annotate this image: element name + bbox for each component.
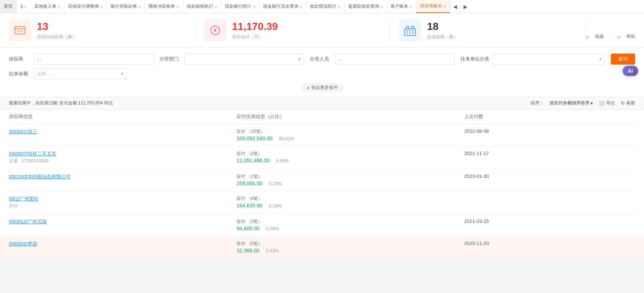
collect-verify-close[interactable]: × [215,4,217,9]
nav-tab-3[interactable]: 3 × [17,0,31,13]
other-income-label: 其他收入单 [34,3,56,10]
payable-suppliers-icon [9,19,31,41]
sort-value: 按应付余额倒序排序 [550,100,589,106]
trans-amount-row-6: 32,366.00 0.03% [237,247,464,254]
nav-tab-customer-account[interactable]: 客户账本 × [387,0,416,13]
person-input[interactable] [335,54,455,65]
payable-suppliers-count: 13 [37,20,77,33]
balance-select[interactable]: 选择... ▾ [34,68,127,79]
trans-amount-6: 32,366.00 [237,248,259,254]
table-row: [000002]李四 应付 （5笔） 32,366.00 0.03% 2020-… [0,236,644,258]
overdue-collect-close[interactable]: × [381,4,383,9]
divider: | [610,35,611,40]
advance-collect-close[interactable]: × [176,4,179,9]
query-button[interactable]: 查询 [611,54,635,65]
ai-badge[interactable]: Ai [623,66,638,76]
table-row: [000001]张三 应付 （15笔） 100,092,540.00 89.61… [9,124,635,146]
cash-bank-flow-close[interactable]: × [300,4,302,9]
nav-tab-collect-stat[interactable]: 收款情况统计 × [306,0,344,13]
summary-actions: ⊙ 视频 | ⊙ 帮助 [585,19,635,41]
svg-rect-6 [406,30,408,31]
trans-amount-3: 258,000.00 [237,180,262,186]
cash-bank-stat-label: 现金银行统计 [225,3,251,10]
sort-select[interactable]: 按应付余额倒序排序 ▾ [550,100,593,106]
nav-tab-advance-collect[interactable]: 预收冲应收单 × [145,0,183,13]
nav-tab-overdue-collect[interactable]: 超期应收款查询 × [344,0,387,13]
transaction-cell-2: 应付 （2笔） 11,051,486.00 9.89% [237,151,464,163]
trans-amount-row-4: 164,635.90 0.15% [237,202,464,208]
nav-tab-other-income[interactable]: 其他收入单 × [31,0,64,13]
nav-tab-cash-bank-flow[interactable]: 现金银行流水查询 × [259,0,306,13]
customer-account-close[interactable]: × [410,4,412,9]
cash-bank-stat-close[interactable]: × [253,4,255,9]
transaction-cell-1: 应付 （15笔） 100,092,540.00 89.61% [237,128,464,141]
nav-tab-cash-bank-stat[interactable]: 现金银行统计 × [221,0,259,13]
total-suppliers-count: 18 [427,20,458,33]
transaction-cell-6: 应付 （5笔） 32,366.00 0.03% [237,241,464,254]
transaction-cell-5: 应付 （2笔） 94,600.00 0.08% [237,218,464,231]
circle-icon: ⊙ [585,35,589,40]
overdue-collect-label: 超期应收款查询 [348,3,379,10]
video-link[interactable]: 视频 [595,34,604,40]
nav-tab-payable-adjust[interactable]: 应收应付调整单 × [64,0,107,13]
trans-amount-row-2: 11,051,486.00 9.89% [237,157,464,163]
trans-pct-1: 89.61% [279,136,294,141]
supplier-link-6[interactable]: [000002]李四 [9,241,37,247]
payable-total-label: 应付合计（万） [232,34,278,40]
help-link[interactable]: 帮助 [626,34,635,40]
nav-tab-home[interactable]: 首页 [0,0,17,13]
nav-arrow-right[interactable]: ▶ [460,0,470,13]
supplier-link-1[interactable]: [000001]张三 [9,129,37,134]
supplier-cell-1: [000001]张三 [9,128,237,135]
supplier-filter-label: 供应商 [9,56,31,62]
supplier-account-close[interactable]: × [444,4,446,8]
collect-stat-close[interactable]: × [338,4,340,9]
supplier-link-5[interactable]: [000012]广州贝瑞 [9,219,47,224]
svg-text:¥: ¥ [214,27,217,33]
category-filter-label: 往来单位分类 [461,56,489,62]
person-filter-label: 分管人员 [310,56,332,62]
collapse-button[interactable]: ∧ 收起更多条件 [301,83,344,92]
other-income-close[interactable]: × [58,4,60,9]
supplier-cell-6: [000002]李四 [9,241,237,247]
payable-total-amount: 11,170.39 [232,20,278,33]
payable-adjust-close[interactable]: × [101,4,103,9]
nav-arrow-left[interactable]: ◀ [450,0,460,13]
supplier-link-2[interactable]: [000007]恒旺二手叉车 [9,151,56,156]
supplier-link-3[interactable]: [000100]本特勤油品有限公司 [9,174,71,179]
supplier-input[interactable] [34,54,154,65]
category-select[interactable]: ▾ [492,54,605,65]
header-transaction-info: 应付交易信息（占比） [237,113,464,120]
trans-type-4: 应付 （4笔） [237,196,464,202]
sort-label: 排序： [531,100,544,106]
summary-bar: 13 总应付供应商（家） ¥ 11,170.39 应付合计（万） [0,13,644,48]
dept-select[interactable]: ▾ [185,54,304,65]
table-row: [000100]本特勤油品有限公司 应付 （1笔） 258,000.00 0.2… [9,169,635,191]
export-button[interactable]: ⬜ 导出 [599,100,615,106]
table-row: [001]广州荣轩 仔仔 应付 （4笔） 164,635.90 0.15% [9,191,635,214]
svg-rect-2 [20,31,22,31]
trans-pct-4: 0.15% [269,203,281,208]
trans-amount-5: 94,600.00 [237,225,259,231]
tab3-close[interactable]: × [24,4,27,9]
refresh-icon: ↻ [621,100,625,106]
nav-tab-supplier-account[interactable]: 供应商账本 × [416,0,450,13]
trans-pct-5: 0.08% [266,226,279,231]
supplier-link-4[interactable]: [001]广州荣轩 [9,196,39,201]
last-payment-cell-1: 2022-08-08 [464,128,635,134]
supplier-contact-2: 王通 17106110000 [9,158,237,164]
svg-rect-0 [15,27,25,34]
nav-tab-bank-deposit[interactable]: 银行存取款单 × [107,0,145,13]
results-actions: 排序： 按应付余额倒序排序 ▾ ⬜ 导出 ↻ 刷新 [531,100,635,106]
last-payment-cell-3: 2023-01-30 [464,173,635,179]
trans-type-6: 应付 （5笔） [237,241,464,247]
results-bar: 搜索结果中，供应商13家 应付金额 111,703,854.00元 排序： 按应… [0,97,644,110]
refresh-button[interactable]: ↻ 刷新 [621,100,635,106]
category-chevron-icon: ▾ [599,57,602,62]
bank-deposit-close[interactable]: × [139,4,141,9]
nav-tab-collect-verify[interactable]: 收款核销执行 × [183,0,221,13]
trans-amount-row-5: 94,600.00 0.08% [237,225,464,231]
last-payment-6: 2020-11-20 [464,241,489,246]
trans-amount-row-1: 100,092,540.00 89.61% [237,135,464,141]
data-table: 供应商信息 应付交易信息（占比） 上次付数 [000001]张三 应付 （15笔… [0,110,644,258]
